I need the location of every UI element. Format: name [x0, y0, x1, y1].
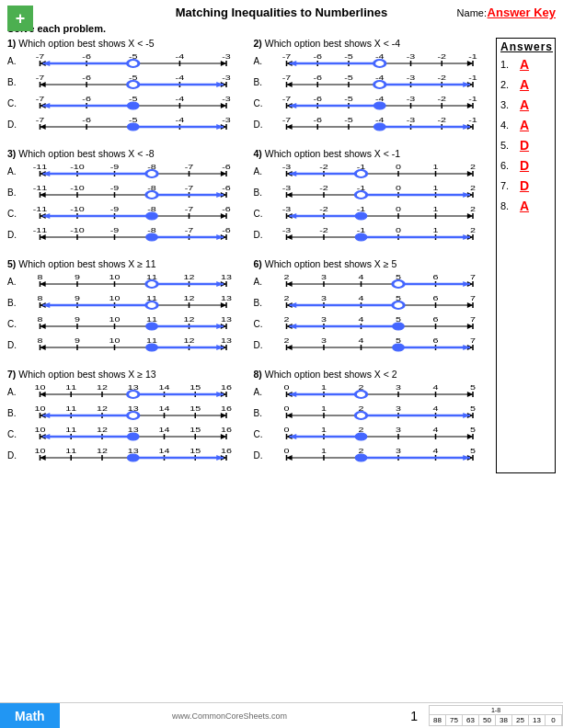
svg-text:9: 9: [75, 295, 80, 302]
svg-text:13: 13: [221, 274, 232, 281]
nl-option: D.-7-6-5-4-3-2-1: [254, 114, 493, 134]
number-line-svg: 234567: [267, 271, 493, 291]
svg-marker-250: [463, 192, 470, 198]
svg-text:-2: -2: [319, 164, 328, 171]
problems-row: 1) Which option best shows X < -5A.-7-6-…: [7, 38, 492, 135]
svg-text:1: 1: [432, 227, 438, 234]
svg-text:-6: -6: [222, 206, 231, 213]
number-line-svg: 234567: [267, 313, 493, 334]
svg-text:2: 2: [470, 206, 476, 213]
svg-text:1: 1: [432, 206, 438, 213]
svg-text:-2: -2: [319, 227, 328, 234]
svg-text:11: 11: [65, 427, 76, 434]
svg-text:3: 3: [320, 295, 326, 302]
svg-text:4: 4: [358, 337, 363, 345]
svg-marker-163: [40, 192, 45, 198]
number-line: -11-10-9-8-7-6: [20, 224, 247, 245]
svg-marker-30: [216, 82, 224, 87]
problem-7: 7) Which option best shows X ≥ 13A.10111…: [7, 369, 247, 466]
nl-option: C.-3-2-1012: [254, 203, 493, 223]
svg-text:-6: -6: [222, 164, 231, 171]
svg-marker-412: [289, 324, 296, 329]
svg-marker-34: [221, 103, 226, 108]
problem-question: 8) Which option best shows X < 2: [254, 369, 493, 380]
score-range: 1-8887563503825130: [429, 705, 563, 726]
svg-text:-3: -3: [282, 185, 291, 192]
svg-text:9: 9: [75, 337, 80, 345]
number-line-svg: -7-6-5-4-3-2-1: [267, 93, 493, 113]
problem-5: 5) Which option best shows X ≥ 11A.89101…: [7, 258, 247, 356]
svg-marker-433: [40, 392, 45, 397]
option-label: D.: [7, 119, 20, 130]
svg-text:16: 16: [221, 405, 232, 413]
nl-option: A.-11-10-9-8-7-6: [7, 161, 247, 181]
svg-text:-6: -6: [313, 74, 322, 82]
svg-text:13: 13: [221, 295, 232, 302]
svg-text:-1: -1: [356, 227, 365, 234]
svg-text:6: 6: [432, 274, 438, 281]
svg-text:5: 5: [470, 427, 476, 434]
svg-marker-308: [221, 302, 226, 308]
option-label: C.: [254, 319, 267, 329]
option-label: D.: [254, 450, 267, 461]
logo: +: [7, 6, 33, 31]
svg-text:12: 12: [184, 316, 195, 324]
nl-option: D.-11-10-9-8-7-6: [7, 224, 247, 245]
svg-text:-8: -8: [147, 227, 156, 234]
svg-text:-4: -4: [176, 53, 185, 61]
svg-marker-178: [216, 192, 224, 198]
svg-text:-9: -9: [110, 185, 120, 192]
svg-marker-196: [43, 213, 51, 219]
number-line-svg: 234567: [267, 335, 493, 355]
svg-text:13: 13: [221, 337, 232, 345]
number-line-svg: -7-6-5-4-3: [20, 72, 247, 92]
number-line: 8910111213: [20, 313, 247, 334]
svg-text:-6: -6: [82, 74, 91, 82]
svg-text:-1: -1: [468, 53, 477, 61]
svg-text:3: 3: [396, 448, 401, 455]
svg-text:2: 2: [283, 274, 289, 281]
svg-marker-160: [43, 171, 51, 176]
svg-text:5: 5: [396, 337, 401, 345]
svg-text:-7: -7: [185, 185, 194, 192]
number-line-svg: -11-10-9-8-7-6: [20, 224, 247, 245]
nl-option: B.012345: [254, 403, 493, 423]
number-line-svg: -7-6-5-4-3-2-1: [267, 114, 493, 134]
footer-scores: 1-8887563503825130: [429, 703, 563, 728]
svg-text:8: 8: [37, 295, 42, 302]
svg-text:-5: -5: [129, 117, 138, 124]
svg-text:5: 5: [470, 384, 476, 392]
svg-text:-4: -4: [176, 117, 185, 124]
score-box: 0: [546, 715, 562, 725]
svg-text:0: 0: [396, 227, 401, 234]
answer-val: D: [517, 178, 532, 193]
svg-text:11: 11: [65, 405, 76, 413]
answer-num: 4.: [500, 119, 515, 131]
number-line-svg: -3-2-1012: [267, 182, 493, 202]
svg-marker-454: [221, 413, 226, 418]
problems-row: 3) Which option best shows X < -8A.-11-1…: [7, 148, 492, 245]
svg-text:2: 2: [358, 427, 363, 434]
svg-text:7: 7: [470, 337, 476, 345]
svg-point-63: [128, 123, 139, 131]
option-label: A.: [254, 387, 267, 397]
svg-text:5: 5: [396, 316, 401, 324]
svg-point-431: [392, 344, 403, 351]
svg-marker-2: [221, 61, 226, 66]
number-line: 10111213141516: [20, 381, 247, 402]
svg-marker-415: [286, 345, 292, 350]
svg-point-287: [355, 233, 366, 241]
nl-option: C.-7-6-5-4-3: [7, 93, 247, 113]
number-line: -7-6-5-4-3-2-1: [267, 93, 493, 113]
svg-text:7: 7: [470, 274, 476, 281]
svg-point-413: [392, 323, 403, 330]
svg-text:-4: -4: [374, 117, 384, 124]
svg-marker-564: [289, 434, 296, 439]
header-title: Matching Inequalities to Numberlines: [176, 6, 387, 19]
svg-text:10: 10: [35, 427, 46, 434]
option-label: B.: [254, 408, 267, 418]
svg-text:4: 4: [432, 384, 438, 392]
problem-num: 7): [7, 369, 16, 380]
footer: Math www.CommonCoreSheets.com 1 1-888756…: [0, 702, 563, 728]
answer-num: 5.: [500, 140, 515, 151]
